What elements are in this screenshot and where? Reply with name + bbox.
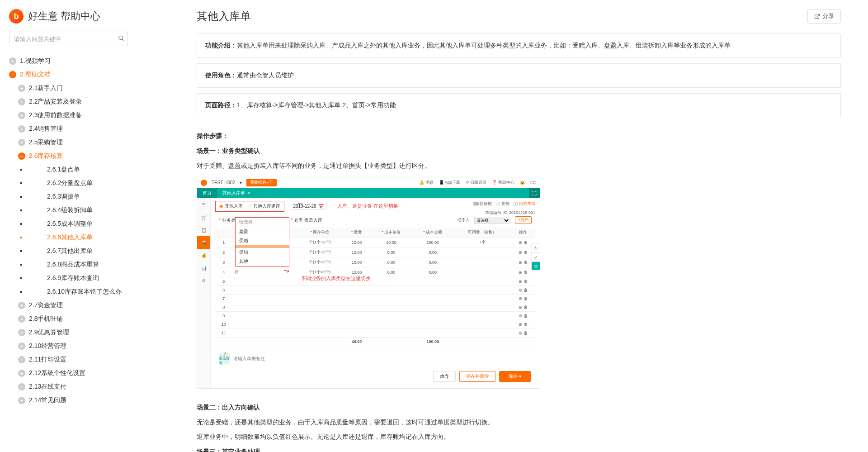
ss-tool-icon[interactable]: ⤢ bbox=[531, 252, 540, 262]
nav-leaf-2-6-2[interactable]: 2.6.2分量盘点单 bbox=[27, 176, 138, 190]
nav-leaf-2-6-10[interactable]: 2.6.10库存账本错了怎么办 bbox=[27, 285, 138, 299]
ss-val-ck[interactable]: 盘盈入库 bbox=[304, 218, 322, 223]
role-box: 使用角色：通常由仓管人员维护 bbox=[197, 63, 841, 88]
ss-date-input[interactable]: 2019-12-26 📅 bbox=[290, 203, 326, 209]
ss-nav-icon-1[interactable]: ☰ bbox=[197, 198, 210, 211]
plus-icon bbox=[18, 329, 25, 336]
ss-lbl-ck: 仓库 bbox=[294, 218, 303, 223]
ss-btn-save-new[interactable]: 保存并新增 bbox=[459, 371, 495, 382]
nav-leaf-2-6-3[interactable]: 2.6.3调拨单 bbox=[27, 190, 138, 204]
th-price: * 成本单价 bbox=[371, 228, 412, 238]
nav-label: 2.5采购管理 bbox=[29, 138, 63, 147]
nav-leaf-2-6-7[interactable]: 2.6.7其他出库单 bbox=[27, 244, 138, 258]
ss-annotation-1: 入库、退货业务 在这里切换 bbox=[337, 203, 398, 209]
ss-dd-item[interactable]: 其他 bbox=[236, 257, 289, 266]
ss-dd-item[interactable]: 受赠 bbox=[236, 236, 289, 245]
nav-item-2-10[interactable]: 2.10经营管理 bbox=[18, 339, 138, 353]
ss-nav-icon-2[interactable]: 🛒 bbox=[197, 211, 210, 224]
nav-leaf-2-6-4[interactable]: 2.6.4组装拆卸单 bbox=[27, 204, 138, 217]
ss-tool-fast[interactable]: ⌨ 快捷键 bbox=[473, 201, 492, 207]
ss-link-app[interactable]: 📱 App下载 bbox=[439, 180, 460, 186]
ss-link-old[interactable]: ↺ 旧版返回 bbox=[466, 180, 487, 186]
nav-item-docs[interactable]: 2.帮助文档 bbox=[9, 68, 138, 81]
close-icon[interactable]: × bbox=[248, 191, 250, 195]
table-row-empty[interactable]: 6⊕ 🗑 bbox=[215, 286, 535, 295]
ss-dd-item[interactable]: 促销 bbox=[236, 248, 289, 257]
table-row[interactable]: 4商...个(1个=1个)10.000.000.00⊕ 🗑 bbox=[215, 267, 535, 277]
ss-footer: 放弃 保存并新增 保存 ▾ bbox=[215, 367, 535, 385]
nav-label: 2.8手机旺铺 bbox=[29, 315, 63, 323]
nav-leaf-2-6-9[interactable]: 2.6.9库存账本查询 bbox=[27, 271, 138, 285]
path-text: 1、库存核算->库存管理->其他入库单 2、首页->常用功能 bbox=[237, 101, 396, 109]
nav-item-2-12[interactable]: 2.12系统个性化设置 bbox=[18, 366, 138, 380]
nav-item-2-11[interactable]: 2.11打印设置 bbox=[18, 353, 138, 366]
table-totals: 40.00100.00 bbox=[215, 338, 535, 346]
ss-nav-icon-5[interactable]: 💰 bbox=[197, 249, 210, 262]
ss-tool-icon[interactable]: ↻ bbox=[531, 243, 540, 252]
minus-icon bbox=[9, 71, 16, 78]
search-input[interactable] bbox=[9, 32, 128, 46]
search-button[interactable] bbox=[118, 35, 124, 43]
nav-item-2-6[interactable]: 2.6库存核算 bbox=[18, 149, 138, 163]
plus-icon bbox=[18, 302, 25, 309]
table-row-empty[interactable]: 5⊕ 🗑 bbox=[215, 277, 535, 286]
table-row-empty[interactable]: 8⊕ 🗑 bbox=[215, 303, 535, 312]
th-op: 操作 bbox=[511, 228, 535, 238]
ss-tab-home[interactable]: 首页 bbox=[197, 188, 217, 198]
share-button[interactable]: 分享 bbox=[807, 9, 841, 24]
ss-radio-out[interactable]: 其他入库退库 bbox=[249, 203, 280, 209]
th-num bbox=[215, 228, 232, 238]
page-header: 其他入库单 分享 bbox=[197, 9, 841, 24]
ss-radio-in[interactable]: 其他入库 bbox=[219, 203, 243, 209]
table-row-empty[interactable]: 9⊕ 🗑 bbox=[215, 312, 535, 320]
nav-item-2-7[interactable]: 2.7资金管理 bbox=[18, 299, 138, 312]
nav-item-2-14[interactable]: 2.14常见问题 bbox=[18, 394, 138, 407]
nav-item-2-4[interactable]: 2.4销售管理 bbox=[18, 122, 138, 136]
ss-expand-icon[interactable]: ⛶ bbox=[529, 188, 540, 198]
role-label: 使用角色： bbox=[205, 71, 237, 79]
ss-nav-icon-3[interactable]: 📋 bbox=[197, 224, 210, 236]
ss-upgrade-button[interactable]: 我要续购--下 bbox=[246, 179, 277, 186]
svg-point-0 bbox=[119, 36, 123, 39]
ss-dd-head: 请选择 bbox=[236, 218, 289, 227]
nav-leaf-2-6-8[interactable]: 2.6.8商品成本重算 bbox=[27, 258, 138, 271]
table-row-empty[interactable]: 11⊕ 🗑 bbox=[215, 329, 535, 338]
ss-nav-icon-4[interactable]: 📦 bbox=[197, 236, 210, 249]
ss-redbox-top: 其他入库 其他入库退库 bbox=[215, 201, 284, 212]
ss-tool-hist[interactable]: 🕐 历史单据 bbox=[513, 201, 535, 207]
nav-item-2-1[interactable]: 2.1新手入门 bbox=[18, 81, 138, 95]
table-row-empty[interactable]: 10⊕ 🗑 bbox=[215, 320, 535, 329]
share-icon bbox=[814, 14, 820, 19]
nav-item-video[interactable]: 1.视频学习 bbox=[9, 54, 138, 68]
plus-icon bbox=[18, 125, 25, 133]
nav-label: 2.9优惠券管理 bbox=[29, 328, 69, 337]
nav-item-2-13[interactable]: 2.13在线支付 bbox=[18, 380, 138, 394]
ss-remark-input[interactable] bbox=[233, 356, 532, 361]
sidebar: b 好生意 帮助中心 1.视频学习 2.帮助文档 2.1新手入门 2.2产品安装… bbox=[0, 0, 138, 452]
ss-link-msg[interactable]: 🔔 消息 bbox=[419, 180, 434, 186]
ss-nav-icon-7[interactable]: ⚙ bbox=[197, 274, 210, 287]
plus-icon bbox=[18, 370, 25, 377]
ss-dd-item[interactable]: 盘盈 bbox=[236, 227, 289, 236]
ss-select-jb[interactable]: 请选择 bbox=[474, 217, 510, 224]
ss-tool-icon[interactable]: ⚙ bbox=[531, 262, 540, 271]
nav-label: 2.1新手入门 bbox=[29, 84, 63, 92]
nav-item-2-9[interactable]: 2.9优惠券管理 bbox=[18, 326, 138, 339]
ss-link-help[interactable]: ❓ 帮助中心 bbox=[492, 180, 514, 186]
ss-btn-discard[interactable]: 放弃 bbox=[433, 371, 456, 382]
nav-item-2-8[interactable]: 2.8手机旺铺 bbox=[18, 312, 138, 326]
nav-item-2-5[interactable]: 2.5采购管理 bbox=[18, 136, 138, 149]
ss-tab-active[interactable]: 其他入库单× bbox=[217, 188, 255, 198]
nav-item-2-3[interactable]: 2.3使用前数据准备 bbox=[18, 109, 138, 122]
ss-expand-button[interactable]: +展开 bbox=[515, 216, 532, 224]
ss-btn-save[interactable]: 保存 ▾ bbox=[499, 371, 531, 382]
nav-item-2-2[interactable]: 2.2产品安装及登录 bbox=[18, 95, 138, 109]
table-row-empty[interactable]: 7⊕ 🗑 bbox=[215, 295, 535, 303]
ss-dropdown: 请选择 盘盈 受赠 促销 其他 bbox=[235, 217, 289, 266]
nav-leaf-2-6-6[interactable]: 2.6.6其他入库单 bbox=[27, 231, 138, 244]
ss-tabbar: 首页 其他入库单× ⛶ bbox=[197, 188, 540, 198]
nav-leaf-2-6-1[interactable]: 2.6.1盘点单 bbox=[27, 163, 138, 176]
ss-tool-copy[interactable]: 📄 复制 bbox=[495, 201, 509, 207]
nav-leaf-2-6-5[interactable]: 2.6.5成本调整单 bbox=[27, 217, 138, 231]
ss-nav-icon-6[interactable]: 📊 bbox=[197, 262, 210, 274]
